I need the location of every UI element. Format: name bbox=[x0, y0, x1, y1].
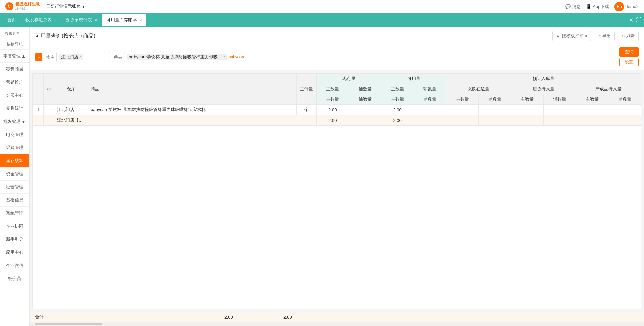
sidebar-item-enterprise-collab[interactable]: 企业协同 bbox=[0, 220, 29, 233]
th-settings[interactable]: ⚙ bbox=[44, 74, 54, 105]
sidebar-item-vip-member[interactable]: 畅会员 bbox=[0, 272, 29, 285]
tab-home[interactable]: 首页 bbox=[3, 14, 21, 26]
table-area[interactable]: ⚙ 仓库 商品 主计量 现存量 可用量 预计入库量 主数量 辅数量 主数量 辅数… bbox=[32, 73, 641, 309]
data-table: ⚙ 仓库 商品 主计量 现存量 可用量 预计入库量 主数量 辅数量 主数量 辅数… bbox=[33, 73, 641, 126]
close-receive-summary[interactable]: × bbox=[54, 18, 56, 22]
refresh-btn[interactable]: ↻ 刷新 bbox=[618, 31, 639, 41]
warehouse-filter-group: 仓库 江北门店 × ... bbox=[46, 52, 110, 62]
nav-tabs: 首页 收发存汇总表 × 要货单统计表 × 可用量库存账本 × ✕ ⛶ bbox=[0, 13, 644, 27]
sidebar-item-purchase-mgmt[interactable]: 采购管理 bbox=[0, 141, 29, 154]
settings-icon[interactable]: ⚙ bbox=[47, 87, 51, 92]
sidebar-item-member-center[interactable]: 会员中心 bbox=[0, 89, 29, 102]
th-production-pending: 产成品待入量 bbox=[576, 84, 641, 94]
main-layout: 快捷导航 零售管理 ▲ 零售商城 营销推广 会员中心 零售统计 批发管理 ▼ 电… bbox=[0, 27, 644, 326]
sidebar-item-basic-info[interactable]: 基础信息 bbox=[0, 194, 29, 207]
query-button[interactable]: 查询 bbox=[619, 47, 639, 57]
sidebar-item-retail-mgmt[interactable]: 零售管理 ▲ bbox=[0, 50, 29, 63]
close-available-stock[interactable]: × bbox=[140, 18, 142, 22]
sidebar-item-ecommerce-mgmt[interactable]: 电商管理 bbox=[0, 128, 29, 141]
close-order-stats[interactable]: × bbox=[95, 18, 97, 22]
header-right: 💬 消息 📱 App下载 Ea demo2 bbox=[565, 2, 639, 11]
th-pp-aux: 辅数量 bbox=[608, 94, 641, 105]
warehouse-tag-close[interactable]: × bbox=[79, 55, 82, 59]
order-stats-label: 要货单统计表 bbox=[66, 17, 92, 23]
subtotal-current-main: 2.00 bbox=[316, 115, 349, 126]
row-product: babycare学饮杯 儿童防摔防撞吸管杯重力球吸嘴杯宝宝水杯 bbox=[88, 105, 297, 115]
th-cs-main-qty: 主数量 bbox=[316, 94, 349, 105]
row-warehouse: 江北门店 bbox=[54, 105, 88, 115]
sidebar-item-new-guide[interactable]: 新手引导 bbox=[0, 233, 29, 246]
warehouse-input[interactable]: 江北门店 × ... bbox=[56, 52, 110, 62]
product-filter-group: 商品 babycare学饮杯 儿童防摔防撞吸管杯重力球吸嘴杯宝宝水杯 × bab… bbox=[114, 52, 252, 62]
app-download-label: App下载 bbox=[593, 4, 609, 10]
row-pt-main bbox=[446, 105, 479, 115]
th-current-stock: 现存量 bbox=[316, 74, 381, 84]
export-icon: ↗ bbox=[597, 34, 601, 39]
nav-close-btn[interactable]: ✕ bbox=[629, 17, 633, 24]
sidebar-item-retail-mall[interactable]: 零售商城 bbox=[0, 63, 29, 76]
message-btn[interactable]: 💬 消息 bbox=[565, 4, 581, 10]
row-pt-aux bbox=[479, 105, 511, 115]
product-more[interactable]: babycare… bbox=[229, 55, 249, 59]
setting-button[interactable]: 设置 bbox=[619, 58, 639, 66]
nav-expand-btn[interactable]: ⛶ bbox=[636, 17, 641, 23]
row-index: 1 bbox=[33, 105, 44, 115]
industry-select[interactable]: 母婴行业演示账套 ▾ bbox=[43, 2, 90, 11]
th-avail-aux: 辅数量 bbox=[414, 84, 446, 94]
chevron-icon: ▲ bbox=[21, 54, 26, 59]
filter-expand-btn[interactable]: » bbox=[35, 53, 42, 61]
logo-text: 畅捷通好生意 bbox=[15, 2, 40, 6]
sidebar-item-quick-nav[interactable]: 快捷导航 bbox=[0, 40, 29, 50]
th-avail-main: 主数量 bbox=[381, 84, 414, 94]
scrollbar-area[interactable] bbox=[30, 322, 644, 326]
print-btn[interactable]: 🖨 按模板打印 ▾ bbox=[552, 31, 591, 41]
home-tab-label: 首页 bbox=[7, 17, 16, 23]
product-tag: babycare学饮杯 儿童防摔防撞吸管杯重力球吸嘴杯宝宝水杯 × bbox=[127, 54, 227, 60]
product-input[interactable]: babycare学饮杯 儿童防摔防撞吸管杯重力球吸嘴杯宝宝水杯 × babyca… bbox=[124, 52, 252, 62]
refresh-label: 刷新 bbox=[626, 33, 635, 39]
page-header: 可用量查询(按仓库+商品) 🖨 按模板打印 ▾ ↗ 导出 ↻ 刷新 bbox=[30, 27, 644, 44]
available-stock-label: 可用量库存账本 bbox=[106, 17, 137, 23]
sidebar-item-sys-mgmt[interactable]: 系统管理 bbox=[0, 207, 29, 220]
horizontal-scrollbar[interactable] bbox=[35, 323, 102, 325]
sidebar-item-enterprise-wechat[interactable]: 企业微信 bbox=[0, 259, 29, 272]
logo-icon: 好 bbox=[5, 2, 13, 10]
row-avail-main: 2.00 bbox=[381, 105, 414, 115]
th-av-aux-qty: 辅数量 bbox=[414, 94, 446, 105]
sidebar-item-retail-stats[interactable]: 零售统计 bbox=[0, 102, 29, 115]
row-pp-aux bbox=[608, 105, 641, 115]
logo-area: 好 畅捷通好生意 标准版 bbox=[5, 2, 40, 11]
sidebar-item-ops-mgmt[interactable]: 经营管理 bbox=[0, 181, 29, 194]
user-menu[interactable]: Ea demo2 bbox=[614, 2, 639, 11]
header-left: 好 畅捷通好生意 标准版 母婴行业演示账套 ▾ bbox=[5, 2, 90, 11]
tab-available-stock[interactable]: 可用量库存账本 × bbox=[102, 14, 146, 26]
th-pp-main: 主数量 bbox=[576, 94, 608, 105]
product-tag-close[interactable]: × bbox=[224, 55, 226, 59]
app-download-btn[interactable]: 📱 App下载 bbox=[586, 4, 609, 10]
sidebar-item-wholesale-mgmt[interactable]: 批发管理 ▼ bbox=[0, 115, 29, 128]
sidebar-item-app-center[interactable]: 应用中心 bbox=[0, 246, 29, 259]
logo-text-block: 畅捷通好生意 标准版 bbox=[15, 2, 40, 11]
warehouse-more[interactable]: ... bbox=[85, 55, 88, 59]
total-label: 合计 bbox=[35, 314, 213, 320]
row-avail-aux bbox=[414, 105, 446, 115]
row-ip-main bbox=[511, 105, 544, 115]
sidebar-item-marketing[interactable]: 营销推广 bbox=[0, 76, 29, 89]
logo-sub: 标准版 bbox=[15, 7, 40, 11]
sidebar-item-finance-mgmt[interactable]: 资金管理 bbox=[0, 168, 29, 181]
table-footer: 合计 2.00 2.00 bbox=[30, 312, 644, 322]
tab-receive-summary[interactable]: 收发存汇总表 × bbox=[21, 14, 61, 26]
total-current-main: 2.00 bbox=[215, 315, 242, 320]
export-btn[interactable]: ↗ 导出 bbox=[594, 31, 615, 41]
row-ip-aux bbox=[543, 105, 576, 115]
filter-actions: 查询 设置 bbox=[619, 47, 639, 66]
chevron-icon-2: ▼ bbox=[21, 119, 26, 124]
th-product: 商品 bbox=[88, 74, 297, 105]
sidebar-item-inventory-check[interactable]: 库存核算 bbox=[0, 154, 29, 168]
retail-mgmt-label: 零售管理 bbox=[3, 53, 21, 59]
search-input[interactable] bbox=[3, 30, 26, 37]
th-ip-aux: 辅数量 bbox=[543, 94, 576, 105]
th-warehouse: 仓库 bbox=[54, 74, 88, 105]
sidebar: 快捷导航 零售管理 ▲ 零售商城 营销推广 会员中心 零售统计 批发管理 ▼ 电… bbox=[0, 27, 30, 326]
tab-order-stats[interactable]: 要货单统计表 × bbox=[61, 14, 101, 26]
